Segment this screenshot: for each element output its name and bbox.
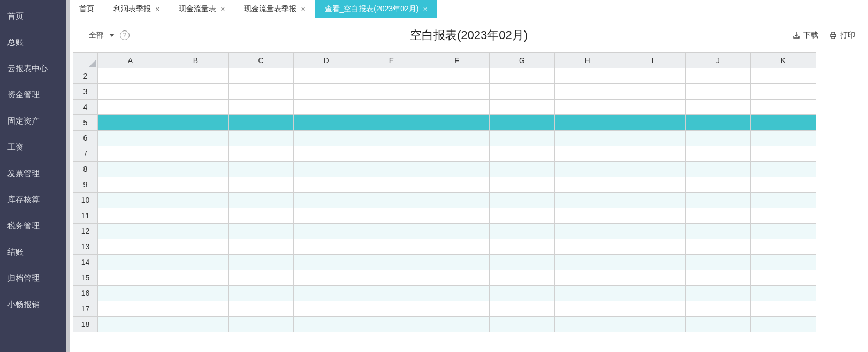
cell[interactable] [490, 255, 555, 270]
cell[interactable] [490, 224, 555, 239]
cell[interactable] [229, 224, 294, 239]
cell[interactable] [229, 317, 294, 332]
cell[interactable] [424, 131, 490, 146]
cell[interactable] [490, 208, 555, 224]
cell[interactable] [424, 270, 490, 286]
cell[interactable] [98, 68, 163, 84]
row-header[interactable]: 2 [73, 68, 98, 84]
cell[interactable] [751, 255, 816, 270]
sidebar-item[interactable]: 资金管理 [0, 82, 66, 108]
cell[interactable] [98, 162, 163, 177]
cell[interactable] [229, 162, 294, 177]
cell[interactable] [555, 100, 620, 115]
cell[interactable] [555, 162, 620, 177]
cell[interactable] [751, 193, 816, 208]
cell[interactable] [620, 317, 686, 332]
cell[interactable] [294, 131, 359, 146]
cell[interactable] [424, 193, 490, 208]
cell[interactable] [359, 162, 424, 177]
cell[interactable] [229, 100, 294, 115]
cell[interactable] [686, 68, 751, 84]
close-icon[interactable]: × [301, 5, 305, 13]
cell[interactable] [294, 317, 359, 332]
cell[interactable] [229, 286, 294, 301]
cell[interactable] [163, 84, 229, 100]
cell[interactable] [686, 270, 751, 286]
cell[interactable] [359, 239, 424, 255]
cell[interactable] [98, 286, 163, 301]
cell[interactable] [359, 177, 424, 193]
cell[interactable] [620, 177, 686, 193]
cell[interactable] [294, 208, 359, 224]
cell[interactable] [620, 193, 686, 208]
cell[interactable] [359, 115, 424, 131]
cell[interactable] [751, 115, 816, 131]
cell[interactable] [229, 193, 294, 208]
column-header[interactable]: G [490, 53, 555, 68]
cell[interactable] [490, 270, 555, 286]
cell[interactable] [555, 131, 620, 146]
row-header[interactable]: 9 [73, 177, 98, 193]
cell[interactable] [490, 84, 555, 100]
row-header[interactable]: 13 [73, 239, 98, 255]
cell[interactable] [490, 146, 555, 162]
cell[interactable] [620, 239, 686, 255]
cell[interactable] [163, 255, 229, 270]
sidebar-item[interactable]: 工资 [0, 134, 66, 160]
cell[interactable] [294, 193, 359, 208]
cell[interactable] [163, 162, 229, 177]
cell[interactable] [424, 208, 490, 224]
cell[interactable] [163, 301, 229, 317]
cell[interactable] [751, 131, 816, 146]
cell[interactable] [294, 255, 359, 270]
cell[interactable] [359, 286, 424, 301]
cell[interactable] [555, 146, 620, 162]
cell[interactable] [490, 131, 555, 146]
row-header[interactable]: 15 [73, 270, 98, 286]
column-header[interactable]: D [294, 53, 359, 68]
cell[interactable] [294, 162, 359, 177]
cell[interactable] [229, 115, 294, 131]
cell[interactable] [686, 131, 751, 146]
cell[interactable] [163, 146, 229, 162]
cell[interactable] [620, 115, 686, 131]
cell[interactable] [229, 255, 294, 270]
row-header[interactable]: 7 [73, 146, 98, 162]
cell[interactable] [751, 286, 816, 301]
cell[interactable] [163, 177, 229, 193]
cell[interactable] [686, 177, 751, 193]
sidebar-item[interactable]: 结账 [0, 239, 66, 265]
cell[interactable] [294, 84, 359, 100]
filter-dropdown[interactable]: 全部 ? [89, 30, 130, 40]
cell[interactable] [163, 100, 229, 115]
tab[interactable]: 利润表季报× [104, 0, 169, 18]
cell[interactable] [555, 84, 620, 100]
row-header[interactable]: 4 [73, 100, 98, 115]
cell[interactable] [686, 301, 751, 317]
column-header[interactable]: K [751, 53, 816, 68]
cell[interactable] [229, 131, 294, 146]
cell[interactable] [163, 208, 229, 224]
cell[interactable] [686, 255, 751, 270]
cell[interactable] [620, 84, 686, 100]
cell[interactable] [490, 162, 555, 177]
cell[interactable] [751, 239, 816, 255]
cell[interactable] [686, 162, 751, 177]
cell[interactable] [555, 301, 620, 317]
cell[interactable] [555, 255, 620, 270]
cell[interactable] [620, 100, 686, 115]
cell[interactable] [424, 146, 490, 162]
cell[interactable] [490, 317, 555, 332]
cell[interactable] [98, 131, 163, 146]
cell[interactable] [98, 301, 163, 317]
sidebar-item[interactable]: 库存核算 [0, 187, 66, 213]
cell[interactable] [555, 115, 620, 131]
close-icon[interactable]: × [155, 5, 159, 13]
cell[interactable] [294, 224, 359, 239]
cell[interactable] [359, 317, 424, 332]
cell[interactable] [751, 146, 816, 162]
cell[interactable] [98, 208, 163, 224]
cell[interactable] [294, 239, 359, 255]
sidebar-item[interactable]: 总账 [0, 29, 66, 56]
cell[interactable] [424, 177, 490, 193]
